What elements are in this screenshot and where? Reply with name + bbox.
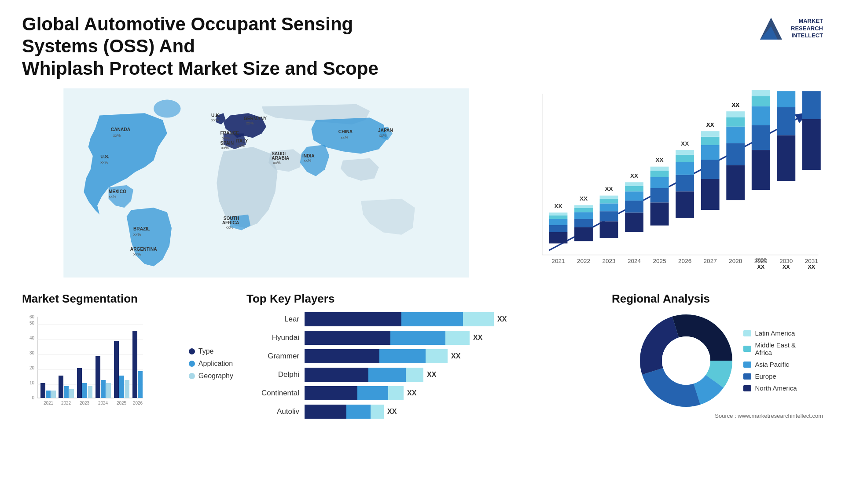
svg-rect-144 xyxy=(132,331,137,398)
svg-rect-97 xyxy=(802,119,821,170)
player-val: XX xyxy=(451,352,460,360)
bar-seg-3 xyxy=(445,331,470,345)
svg-rect-89 xyxy=(752,125,770,150)
bar-seg-3 xyxy=(426,349,448,363)
svg-rect-88 xyxy=(752,150,770,190)
player-bar-wrap: XX xyxy=(305,368,599,382)
svg-rect-86 xyxy=(726,111,745,117)
legend-color-latin-america xyxy=(743,330,751,336)
legend-application: Application xyxy=(189,360,233,368)
svg-rect-85 xyxy=(726,117,745,127)
bar-seg-3 xyxy=(463,312,494,326)
title-line2: Whiplash Protect Market Size and Scope xyxy=(22,58,378,79)
svg-text:SPAIN: SPAIN xyxy=(220,141,234,146)
bar-chart-svg: XX XX XX XX xyxy=(524,88,823,279)
player-name: Hyundai xyxy=(246,333,299,342)
svg-text:AFRICA: AFRICA xyxy=(222,220,239,225)
svg-text:xx%: xx% xyxy=(246,121,254,125)
bar-seg-2 xyxy=(346,405,371,419)
bar-seg-1 xyxy=(305,331,390,345)
svg-text:JAPAN: JAPAN xyxy=(378,128,393,133)
svg-rect-140 xyxy=(106,383,111,398)
svg-text:XX: XX xyxy=(630,172,638,179)
svg-text:30: 30 xyxy=(29,351,35,355)
logo-icon xyxy=(756,13,786,44)
svg-text:xx%: xx% xyxy=(237,143,244,148)
svg-text:xx%: xx% xyxy=(221,146,229,150)
svg-text:2024: 2024 xyxy=(628,258,641,265)
svg-rect-70 xyxy=(676,191,694,218)
svg-rect-65 xyxy=(650,188,669,202)
svg-text:2022: 2022 xyxy=(577,258,590,265)
svg-rect-143 xyxy=(125,380,129,398)
legend-dot-type xyxy=(189,348,195,354)
world-map-container: CANADA xx% U.S. xx% MEXICO xx% BRAZIL xx… xyxy=(22,88,511,278)
bar-seg-2 xyxy=(368,368,406,382)
svg-text:INDIA: INDIA xyxy=(302,153,315,158)
svg-rect-132 xyxy=(59,376,63,398)
svg-rect-84 xyxy=(726,127,745,143)
svg-text:60: 60 xyxy=(29,314,35,319)
player-name: Grammer xyxy=(246,352,299,361)
svg-rect-130 xyxy=(46,391,51,398)
svg-text:0: 0 xyxy=(32,395,34,400)
bar-seg-2 xyxy=(401,312,463,326)
legend-label-geography: Geography xyxy=(198,372,233,380)
svg-text:ARGENTINA: ARGENTINA xyxy=(130,247,157,252)
table-row: Lear XX xyxy=(246,312,599,326)
bar-seg-1 xyxy=(305,312,401,326)
svg-rect-134 xyxy=(69,389,74,398)
bar-chart-section: XX XX XX XX xyxy=(524,88,823,279)
svg-rect-50 xyxy=(574,205,593,208)
svg-rect-64 xyxy=(650,203,669,226)
table-row: Autoliv XX xyxy=(246,405,599,419)
header: Global Automotive Occupant Sensing Syste… xyxy=(22,13,823,80)
legend-color-asia-pacific xyxy=(743,362,751,368)
svg-rect-72 xyxy=(676,162,694,175)
legend-color-europe xyxy=(743,373,751,380)
svg-text:XX: XX xyxy=(808,264,815,270)
svg-rect-131 xyxy=(51,391,56,398)
svg-rect-56 xyxy=(600,196,618,199)
svg-text:xx%: xx% xyxy=(211,118,219,122)
legend-label-type: Type xyxy=(198,347,214,355)
svg-text:2028: 2028 xyxy=(729,258,742,265)
svg-text:U.K.: U.K. xyxy=(211,113,220,118)
svg-text:xx%: xx% xyxy=(273,161,280,165)
player-bar-wrap: XX xyxy=(305,386,599,400)
svg-text:2026: 2026 xyxy=(133,401,143,405)
legend-label-latin-america: Latin America xyxy=(755,329,795,337)
svg-rect-44 xyxy=(549,213,568,215)
table-row: Grammer XX xyxy=(246,349,599,363)
svg-rect-67 xyxy=(650,171,669,177)
svg-rect-60 xyxy=(625,191,643,201)
svg-text:CANADA: CANADA xyxy=(111,127,131,132)
svg-text:ARABIA: ARABIA xyxy=(272,156,289,161)
bar-seg-1 xyxy=(305,349,379,363)
svg-text:10: 10 xyxy=(29,380,35,385)
svg-rect-133 xyxy=(64,386,69,398)
svg-rect-73 xyxy=(676,155,694,162)
svg-text:XX: XX xyxy=(681,140,689,147)
bottom-row: Market Segmentation 0 10 20 30 40 50 xyxy=(22,292,823,423)
svg-rect-71 xyxy=(676,175,694,192)
svg-text:xx%: xx% xyxy=(379,133,386,138)
svg-text:CHINA: CHINA xyxy=(338,130,353,135)
svg-rect-82 xyxy=(726,165,745,201)
svg-rect-90 xyxy=(752,106,770,125)
bar-seg-3 xyxy=(371,405,384,419)
legend-color-mea xyxy=(743,346,751,352)
svg-text:FRANCE: FRANCE xyxy=(220,131,239,136)
player-name: Continental xyxy=(246,389,299,398)
svg-rect-98 xyxy=(802,91,821,119)
svg-text:2026: 2026 xyxy=(678,258,691,265)
legend-item-north-america: North America xyxy=(743,384,797,392)
world-map-svg: CANADA xx% U.S. xx% MEXICO xx% BRAZIL xx… xyxy=(22,88,511,278)
svg-text:XX: XX xyxy=(706,122,714,128)
page-container: Global Automotive Occupant Sensing Syste… xyxy=(0,0,845,504)
svg-point-158 xyxy=(662,336,710,385)
bar-seg-1 xyxy=(305,386,357,400)
legend-type: Type xyxy=(189,347,233,355)
key-players-section: Top Key Players Lear XX Hyundai xyxy=(246,292,599,423)
player-name: Lear xyxy=(246,315,299,324)
